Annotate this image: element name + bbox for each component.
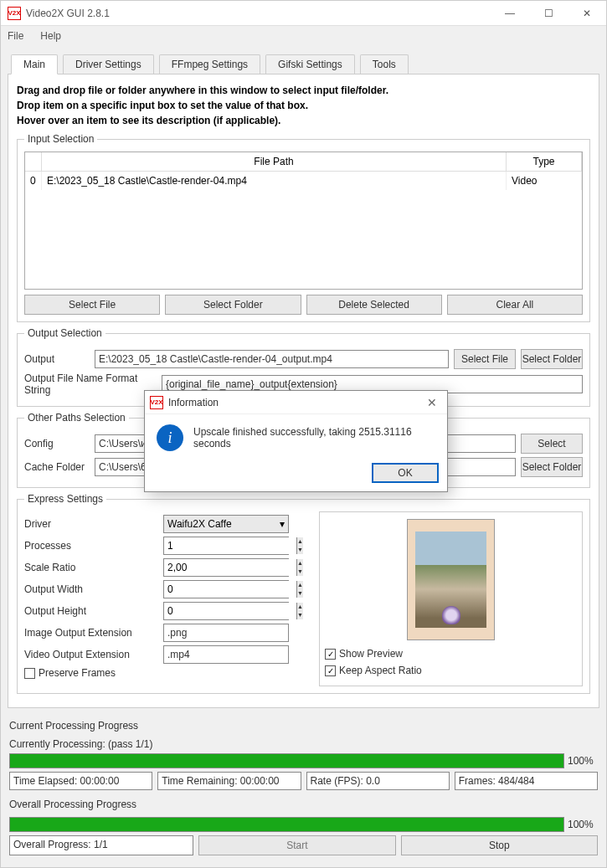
height-input[interactable] <box>164 603 296 619</box>
show-preview-label: Show Preview <box>339 648 403 660</box>
select-folder-button[interactable]: Select Folder <box>165 295 301 315</box>
window-title: Video2X GUI 2.8.1 <box>26 8 491 19</box>
checkbox-icon: ✓ <box>325 665 336 676</box>
height-stepper[interactable]: ▲▼ <box>163 602 289 620</box>
height-label: Output Height <box>24 605 158 617</box>
col-type[interactable]: Type <box>507 152 582 171</box>
img-ext-input[interactable] <box>163 624 289 642</box>
overall-progress-percent: 100% <box>568 819 598 830</box>
instruction-line: Drop item on a specific input box to set… <box>17 98 590 113</box>
row-type: Video <box>507 172 582 190</box>
time-remaining-stat: Time Remaining: 00:00:00 <box>157 772 301 790</box>
cache-select-folder-button[interactable]: Select Folder <box>521 457 583 477</box>
scale-label: Scale Ratio <box>24 562 158 573</box>
arrow-up-icon[interactable]: ▲ <box>297 581 303 589</box>
arrow-up-icon[interactable]: ▲ <box>297 603 303 611</box>
tab-gifski-settings[interactable]: Gifski Settings <box>265 54 355 74</box>
arrow-up-icon[interactable]: ▲ <box>297 559 303 568</box>
chevron-down-icon: ▾ <box>280 518 285 530</box>
arrow-down-icon[interactable]: ▼ <box>297 589 303 598</box>
stop-button[interactable]: Stop <box>401 835 598 855</box>
current-progress-area: Currently Processing: (pass 1/1) 100% Ti… <box>1 735 606 794</box>
frames-stat: Frames: 484/484 <box>455 772 598 790</box>
window-controls: — ☐ ✕ <box>491 1 606 26</box>
dialog-close-button[interactable]: ✕ <box>422 396 442 409</box>
other-paths-legend: Other Paths Selection <box>24 412 129 424</box>
checkbox-icon <box>24 668 35 679</box>
express-settings-group: Express Settings Driver Waifu2X Caffe ▾ … <box>17 493 590 694</box>
ok-button[interactable]: OK <box>372 463 439 483</box>
arrow-down-icon[interactable]: ▼ <box>297 546 303 554</box>
processes-stepper[interactable]: ▲▼ <box>163 537 289 555</box>
app-icon: V2X <box>150 396 163 409</box>
processes-input[interactable] <box>164 537 296 554</box>
tabs: Main Driver Settings FFmpeg Settings Gif… <box>1 46 606 74</box>
cache-label: Cache Folder <box>24 461 90 473</box>
clear-all-button[interactable]: Clear All <box>447 295 583 315</box>
output-select-folder-button[interactable]: Select Folder <box>521 349 583 369</box>
overall-progress-header: Overall Processing Progress <box>9 799 598 810</box>
config-select-button[interactable]: Select <box>521 434 583 454</box>
current-progress-header: Current Processing Progress <box>9 720 598 732</box>
show-preview-checkbox[interactable]: ✓ Show Preview <box>325 648 577 660</box>
width-label: Output Width <box>24 583 158 595</box>
current-progress-percent: 100% <box>568 755 598 767</box>
col-index <box>25 152 42 171</box>
img-ext-label: Image Output Extension <box>24 627 158 639</box>
keep-aspect-checkbox[interactable]: ✓ Keep Aspect Ratio <box>325 665 577 676</box>
overall-progress-stat: Overall Progress: 1/1 <box>9 835 193 855</box>
input-selection-legend: Input Selection <box>24 133 97 145</box>
arrow-up-icon[interactable]: ▲ <box>297 537 303 546</box>
preserve-frames-checkbox[interactable]: Preserve Frames <box>24 667 311 679</box>
driver-select[interactable]: Waifu2X Caffe ▾ <box>163 515 289 533</box>
rate-stat: Rate (FPS): 0.0 <box>306 772 450 790</box>
express-legend: Express Settings <box>24 493 106 505</box>
vid-ext-input[interactable] <box>163 645 289 664</box>
output-path-input[interactable] <box>95 350 449 368</box>
driver-label: Driver <box>24 518 158 530</box>
tab-ffmpeg-settings[interactable]: FFmpeg Settings <box>159 54 260 74</box>
preserve-frames-label: Preserve Frames <box>39 667 116 679</box>
menubar: File Help <box>1 26 606 46</box>
processes-label: Processes <box>24 540 158 552</box>
width-input[interactable] <box>164 581 296 598</box>
dialog-title: Information <box>168 397 422 408</box>
minimize-button[interactable]: — <box>491 1 529 26</box>
width-stepper[interactable]: ▲▼ <box>163 580 289 598</box>
dialog-titlebar: V2X Information ✕ <box>145 391 447 414</box>
menu-file[interactable]: File <box>4 28 27 44</box>
time-elapsed-stat: Time Elapsed: 00:00:00 <box>9 772 152 790</box>
select-file-button[interactable]: Select File <box>24 295 160 315</box>
app-icon: V2X <box>8 7 21 20</box>
keep-aspect-label: Keep Aspect Ratio <box>339 665 422 676</box>
col-file-path[interactable]: File Path <box>42 152 507 171</box>
table-row[interactable]: 0 E:\2023_05_18 Castle\Castle-render-04.… <box>25 172 582 190</box>
titlebar: V2X Video2X GUI 2.8.1 — ☐ ✕ <box>1 1 606 26</box>
input-file-table: File Path Type 0 E:\2023_05_18 Castle\Ca… <box>24 152 583 290</box>
delete-selected-button[interactable]: Delete Selected <box>306 295 442 315</box>
start-button[interactable]: Start <box>198 835 395 855</box>
preview-thumbnail <box>415 532 486 628</box>
driver-value: Waifu2X Caffe <box>167 518 232 530</box>
row-path: E:\2023_05_18 Castle\Castle-render-04.mp… <box>42 172 507 190</box>
tab-driver-settings[interactable]: Driver Settings <box>63 54 154 74</box>
info-icon: i <box>157 424 183 451</box>
tab-tools[interactable]: Tools <box>360 54 409 74</box>
maximize-button[interactable]: ☐ <box>529 1 568 26</box>
arrow-down-icon[interactable]: ▼ <box>297 568 303 576</box>
menu-help[interactable]: Help <box>37 28 64 44</box>
vid-ext-label: Video Output Extension <box>24 649 158 660</box>
scale-stepper[interactable]: ▲▼ <box>163 558 289 577</box>
instruction-line: Hover over an item to see its descriptio… <box>17 113 590 128</box>
table-body[interactable]: 0 E:\2023_05_18 Castle\Castle-render-04.… <box>25 172 582 289</box>
output-select-file-button[interactable]: Select File <box>454 349 516 369</box>
table-header: File Path Type <box>25 152 582 172</box>
input-buttons: Select File Select Folder Delete Selecte… <box>24 295 583 315</box>
close-button[interactable]: ✕ <box>568 1 606 26</box>
config-label: Config <box>24 438 90 449</box>
scale-input[interactable] <box>164 559 296 576</box>
format-string-label: Output File Name Format String <box>24 372 157 396</box>
tab-main[interactable]: Main <box>11 54 58 74</box>
checkbox-icon: ✓ <box>325 649 336 660</box>
arrow-down-icon[interactable]: ▼ <box>297 611 303 619</box>
